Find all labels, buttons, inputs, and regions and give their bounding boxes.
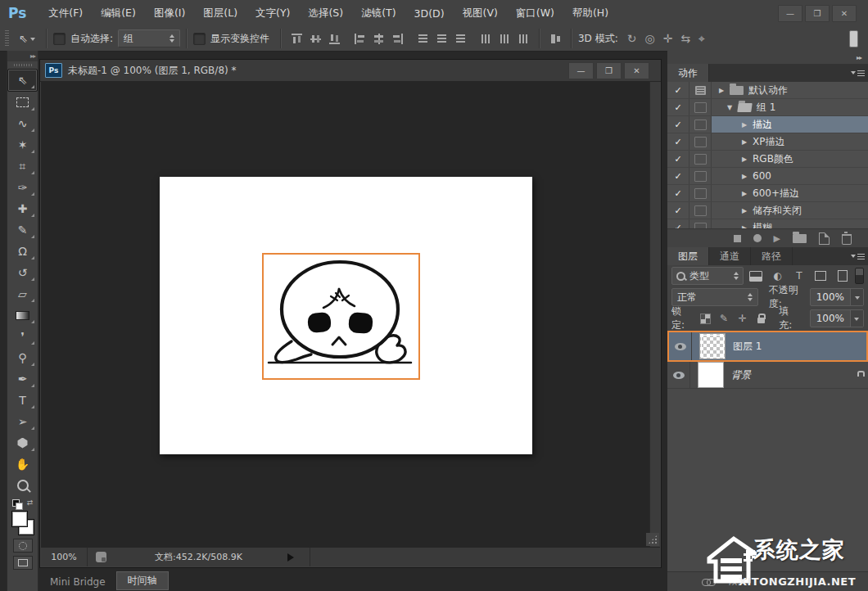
action-toggle[interactable]: ✓ (667, 202, 689, 219)
action-dialog-toggle[interactable] (689, 99, 712, 115)
menu-file[interactable]: 文件(F) (39, 0, 92, 26)
distribute-top-icon[interactable] (417, 34, 429, 44)
expand-arrow-icon[interactable]: ▶ (741, 156, 748, 163)
panels-collapse-button[interactable]: ▸▸ (667, 51, 868, 65)
auto-align-layers-icon[interactable] (549, 34, 562, 44)
shape-tool[interactable] (8, 432, 37, 453)
zoom-tool[interactable] (8, 475, 37, 496)
expand-arrow-icon[interactable]: ▶ (741, 121, 748, 129)
menu-3d[interactable]: 3D(D) (405, 0, 454, 26)
move-tool[interactable]: ⇖ (7, 69, 38, 92)
document-workspace[interactable] (41, 82, 660, 547)
gradient-tool[interactable] (8, 305, 37, 326)
layer-row-selected[interactable]: 图层 1 (667, 331, 868, 362)
hand-tool[interactable]: ✋ (8, 453, 37, 475)
lasso-tool[interactable]: ∿ (8, 113, 37, 134)
healing-brush-tool[interactable]: ✚ (8, 198, 37, 219)
action-toggle[interactable]: ✓ (667, 82, 689, 98)
close-button[interactable]: ✕ (832, 5, 857, 22)
menu-type[interactable]: 文字(Y) (246, 0, 299, 26)
menu-filter[interactable]: 滤镜(T) (352, 0, 405, 26)
action-dialog-toggle[interactable] (689, 133, 712, 150)
menu-image[interactable]: 图像(I) (145, 0, 194, 26)
filter-switch[interactable] (855, 268, 864, 284)
auto-select-checkbox[interactable] (53, 33, 66, 45)
action-row[interactable]: ✓ ▶默认动作 (667, 82, 868, 99)
action-row[interactable]: ✓ ▶储存和关闭 (667, 202, 868, 219)
delete-button[interactable] (842, 234, 852, 245)
align-right-icon[interactable] (391, 34, 404, 44)
expand-arrow-icon[interactable]: ▶ (718, 87, 725, 94)
foreground-color-swatch[interactable] (11, 511, 28, 527)
distribute-left-icon[interactable] (480, 34, 492, 44)
opacity-dropdown[interactable]: 100% (810, 288, 864, 306)
opacity-caret-button[interactable] (850, 289, 863, 305)
zoom-level-field[interactable]: 100% (41, 548, 88, 566)
lock-transparency-icon[interactable] (698, 314, 713, 324)
lock-position-icon[interactable]: ✛ (735, 313, 750, 324)
vertical-scrollbar[interactable] (649, 82, 660, 547)
maximize-button[interactable]: ❐ (805, 5, 830, 22)
filter-smart-object-icon[interactable] (834, 268, 851, 283)
color-swatches[interactable] (11, 511, 35, 535)
distribute-bottom-icon[interactable] (454, 34, 467, 44)
tab-channels[interactable]: 通道 (709, 247, 751, 265)
expand-arrow-icon[interactable]: ▶ (741, 173, 748, 180)
action-toggle[interactable]: ✓ (667, 133, 689, 150)
filter-image-icon[interactable] (748, 268, 765, 283)
panel-menu-icon[interactable] (847, 64, 868, 82)
brush-tool[interactable]: ✎ (8, 219, 37, 241)
action-toggle[interactable]: ✓ (667, 116, 689, 133)
action-toggle[interactable]: ✓ (667, 185, 689, 201)
doc-maximize-button[interactable]: ❐ (596, 62, 622, 79)
quick-mask-button[interactable] (13, 539, 33, 553)
action-dialog-toggle[interactable] (689, 168, 712, 184)
3d-scale-icon[interactable]: ⌖ (698, 32, 705, 46)
3d-drag-icon[interactable]: ✛ (663, 32, 673, 45)
action-dialog-toggle[interactable] (689, 116, 712, 133)
action-row[interactable]: ✓ ▼组 1 (667, 99, 868, 116)
options-bar-handle[interactable] (849, 30, 858, 47)
default-swap-colors[interactable]: ⇄ (7, 496, 38, 509)
action-toggle[interactable]: ✓ (667, 151, 689, 167)
action-row[interactable]: ✓ ▶RGB颜色 (667, 151, 868, 168)
new-set-button[interactable] (793, 234, 807, 243)
align-vcenter-icon[interactable] (310, 34, 322, 44)
magic-wand-tool[interactable]: ✶ (8, 134, 37, 156)
tab-mini-bridge[interactable]: Mini Bridge (39, 573, 116, 590)
fill-dropdown[interactable]: 100% (810, 309, 864, 327)
action-row[interactable]: ✓ ▶600+描边 (667, 185, 868, 202)
pen-tool[interactable]: ✒ (8, 368, 37, 390)
current-tool-button[interactable]: ⇖ (14, 33, 40, 45)
collapse-arrow-icon[interactable]: ▼ (726, 104, 733, 111)
minimize-button[interactable]: — (778, 5, 802, 22)
3d-roll-icon[interactable]: ◎ (644, 32, 654, 45)
blur-tool[interactable]: ❜ (8, 326, 37, 347)
align-left-icon[interactable] (354, 34, 366, 44)
menu-edit[interactable]: 编辑(E) (92, 0, 145, 26)
distribute-right-icon[interactable] (518, 34, 530, 44)
blend-mode-dropdown[interactable]: 正常 (671, 288, 758, 306)
action-toggle[interactable]: ✓ (667, 99, 689, 115)
distribute-hcenter-icon[interactable] (499, 34, 511, 44)
layer-row-background[interactable]: 背景 (667, 362, 868, 389)
record-button[interactable] (753, 234, 762, 242)
layer-selection-bounds[interactable] (262, 253, 420, 380)
document-title-bar[interactable]: Ps 未标题-1 @ 100% (图层 1, RGB/8) * — ❐ ✕ (40, 60, 661, 82)
tab-layers[interactable]: 图层 (667, 247, 709, 265)
layer-name[interactable]: 背景 (731, 368, 751, 382)
toolbar-collapse[interactable]: ▸▸ (7, 51, 38, 61)
canvas[interactable] (160, 177, 532, 454)
doc-minimize-button[interactable]: — (568, 62, 594, 79)
layer-thumbnail[interactable] (699, 333, 726, 359)
expand-arrow-icon[interactable]: ▶ (741, 207, 748, 214)
expand-arrow-icon[interactable]: ▶ (741, 138, 748, 146)
align-top-icon[interactable] (291, 34, 303, 44)
show-transform-checkbox[interactable] (193, 33, 206, 45)
3d-rotate-icon[interactable]: ↻ (627, 32, 637, 45)
action-toggle[interactable]: ✓ (667, 168, 689, 184)
visibility-toggle[interactable] (669, 332, 692, 360)
eyedropper-tool[interactable]: ✑ (8, 177, 37, 198)
menu-select[interactable]: 选择(S) (299, 0, 352, 26)
layer-thumbnail[interactable] (698, 362, 724, 388)
